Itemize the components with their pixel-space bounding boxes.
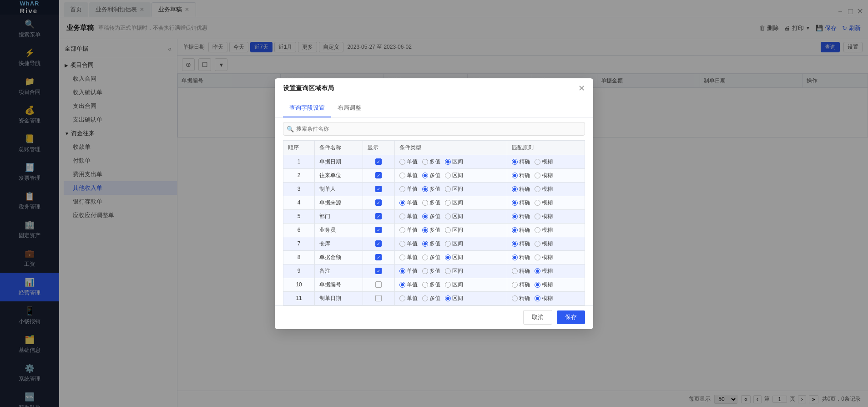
row-match-10[interactable]: 精确模糊 bbox=[507, 291, 585, 305]
type-radio-5-single[interactable]: 单值 bbox=[399, 226, 418, 234]
row-type-1[interactable]: 单值多值区间 bbox=[394, 168, 507, 182]
type-radio-2-multi[interactable]: 多值 bbox=[422, 185, 440, 193]
checkbox-5[interactable]: ✓ bbox=[375, 227, 382, 233]
row-show-4[interactable]: ✓ bbox=[363, 209, 394, 223]
type-radio-7-range[interactable]: 区间 bbox=[445, 254, 463, 261]
match-radio-1-accurate[interactable]: 精确 bbox=[512, 172, 530, 179]
row-match-9[interactable]: 精确模糊 bbox=[507, 278, 585, 291]
row-show-8[interactable]: ✓ bbox=[363, 264, 394, 278]
row-match-6[interactable]: 精确模糊 bbox=[507, 237, 585, 250]
match-radio-7-fuzzy[interactable]: 模糊 bbox=[535, 254, 553, 261]
type-radio-6-range[interactable]: 区间 bbox=[445, 240, 463, 248]
checkbox-3[interactable]: ✓ bbox=[375, 199, 382, 206]
row-type-0[interactable]: 单值多值区间 bbox=[394, 155, 507, 168]
row-match-0[interactable]: 精确模糊 bbox=[507, 155, 585, 168]
checkbox-8[interactable]: ✓ bbox=[375, 268, 382, 274]
checkbox-7[interactable]: ✓ bbox=[375, 254, 382, 260]
row-match-3[interactable]: 精确模糊 bbox=[507, 196, 585, 209]
checkbox-0[interactable]: ✓ bbox=[375, 158, 382, 165]
type-radio-8-single[interactable]: 单值 bbox=[399, 267, 418, 275]
match-radio-5-accurate[interactable]: 精确 bbox=[512, 226, 530, 234]
row-match-4[interactable]: 精确模糊 bbox=[507, 209, 585, 223]
type-radio-1-multi[interactable]: 多值 bbox=[422, 172, 440, 179]
type-radio-4-range[interactable]: 区间 bbox=[445, 213, 463, 220]
type-radio-4-single[interactable]: 单值 bbox=[399, 213, 418, 220]
checkbox-10[interactable] bbox=[375, 295, 382, 301]
row-show-6[interactable]: ✓ bbox=[363, 237, 394, 250]
modal-search-input[interactable] bbox=[283, 122, 585, 136]
match-radio-5-fuzzy[interactable]: 模糊 bbox=[535, 226, 553, 234]
type-radio-2-range[interactable]: 区间 bbox=[445, 185, 463, 193]
modal-tab-layout-adjust[interactable]: 布局调整 bbox=[331, 99, 368, 117]
row-show-3[interactable]: ✓ bbox=[363, 196, 394, 209]
row-type-2[interactable]: 单值多值区间 bbox=[394, 182, 507, 196]
type-radio-10-single[interactable]: 单值 bbox=[399, 295, 418, 302]
row-match-2[interactable]: 精确模糊 bbox=[507, 182, 585, 196]
match-radio-3-accurate[interactable]: 精确 bbox=[512, 199, 530, 207]
type-radio-6-single[interactable]: 单值 bbox=[399, 240, 418, 248]
type-radio-1-single[interactable]: 单值 bbox=[399, 172, 418, 179]
type-radio-9-single[interactable]: 单值 bbox=[399, 281, 418, 289]
modal-tab-field-settings[interactable]: 查询字段设置 bbox=[283, 99, 331, 117]
type-radio-1-range[interactable]: 区间 bbox=[445, 172, 463, 179]
type-radio-7-single[interactable]: 单值 bbox=[399, 254, 418, 261]
type-radio-5-multi[interactable]: 多值 bbox=[422, 226, 440, 234]
type-radio-6-multi[interactable]: 多值 bbox=[422, 240, 440, 248]
row-match-1[interactable]: 精确模糊 bbox=[507, 168, 585, 182]
checkbox-1[interactable]: ✓ bbox=[375, 172, 382, 178]
match-radio-4-accurate[interactable]: 精确 bbox=[512, 213, 530, 220]
row-show-2[interactable]: ✓ bbox=[363, 182, 394, 196]
match-radio-10-accurate[interactable]: 精确 bbox=[512, 295, 530, 302]
type-radio-4-multi[interactable]: 多值 bbox=[422, 213, 440, 220]
match-radio-6-accurate[interactable]: 精确 bbox=[512, 240, 530, 248]
type-radio-9-multi[interactable]: 多值 bbox=[422, 281, 440, 289]
modal-save-btn[interactable]: 保存 bbox=[557, 310, 585, 324]
match-radio-2-accurate[interactable]: 精确 bbox=[512, 185, 530, 193]
type-radio-0-single[interactable]: 单值 bbox=[399, 158, 418, 166]
checkbox-2[interactable]: ✓ bbox=[375, 186, 382, 192]
row-type-7[interactable]: 单值多值区间 bbox=[394, 250, 507, 264]
row-match-5[interactable]: 精确模糊 bbox=[507, 223, 585, 237]
match-radio-2-fuzzy[interactable]: 模糊 bbox=[535, 185, 553, 193]
match-radio-1-fuzzy[interactable]: 模糊 bbox=[535, 172, 553, 179]
match-radio-0-fuzzy[interactable]: 模糊 bbox=[535, 158, 553, 166]
type-radio-0-range[interactable]: 区间 bbox=[445, 158, 463, 166]
row-show-10[interactable] bbox=[363, 291, 394, 305]
type-radio-8-multi[interactable]: 多值 bbox=[422, 267, 440, 275]
row-type-4[interactable]: 单值多值区间 bbox=[394, 209, 507, 223]
row-show-0[interactable]: ✓ bbox=[363, 155, 394, 168]
row-type-5[interactable]: 单值多值区间 bbox=[394, 223, 507, 237]
type-radio-9-range[interactable]: 区间 bbox=[445, 281, 463, 289]
row-show-7[interactable]: ✓ bbox=[363, 250, 394, 264]
cancel-btn[interactable]: 取消 bbox=[523, 310, 552, 325]
match-radio-9-accurate[interactable]: 精确 bbox=[512, 281, 530, 289]
type-radio-7-multi[interactable]: 多值 bbox=[422, 254, 440, 261]
modal-overlay[interactable]: 设置查询区域布局 ✕ 查询字段设置布局调整 🔍 顺序条件名称显示条件类型匹配原则… bbox=[0, 0, 868, 407]
row-show-5[interactable]: ✓ bbox=[363, 223, 394, 237]
type-radio-3-multi[interactable]: 多值 bbox=[422, 199, 440, 207]
match-radio-4-fuzzy[interactable]: 模糊 bbox=[535, 213, 553, 220]
type-radio-0-multi[interactable]: 多值 bbox=[422, 158, 440, 166]
match-radio-6-fuzzy[interactable]: 模糊 bbox=[535, 240, 553, 248]
type-radio-10-range[interactable]: 区间 bbox=[445, 295, 463, 302]
type-radio-2-single[interactable]: 单值 bbox=[399, 185, 418, 193]
type-radio-3-range[interactable]: 区间 bbox=[445, 199, 463, 207]
checkbox-9[interactable] bbox=[375, 281, 382, 288]
type-radio-10-multi[interactable]: 多值 bbox=[422, 295, 440, 302]
row-show-9[interactable] bbox=[363, 278, 394, 291]
match-radio-9-fuzzy[interactable]: 模糊 bbox=[535, 281, 553, 289]
row-type-6[interactable]: 单值多值区间 bbox=[394, 237, 507, 250]
row-match-8[interactable]: 精确模糊 bbox=[507, 264, 585, 278]
match-radio-7-accurate[interactable]: 精确 bbox=[512, 254, 530, 261]
match-radio-8-fuzzy[interactable]: 模糊 bbox=[535, 267, 553, 275]
type-radio-3-single[interactable]: 单值 bbox=[399, 199, 418, 207]
match-radio-8-accurate[interactable]: 精确 bbox=[512, 267, 530, 275]
type-radio-5-range[interactable]: 区间 bbox=[445, 226, 463, 234]
match-radio-10-fuzzy[interactable]: 模糊 bbox=[535, 295, 553, 302]
row-type-8[interactable]: 单值多值区间 bbox=[394, 264, 507, 278]
row-type-9[interactable]: 单值多值区间 bbox=[394, 278, 507, 291]
row-type-3[interactable]: 单值多值区间 bbox=[394, 196, 507, 209]
checkbox-6[interactable]: ✓ bbox=[375, 240, 382, 247]
row-show-1[interactable]: ✓ bbox=[363, 168, 394, 182]
row-match-7[interactable]: 精确模糊 bbox=[507, 250, 585, 264]
